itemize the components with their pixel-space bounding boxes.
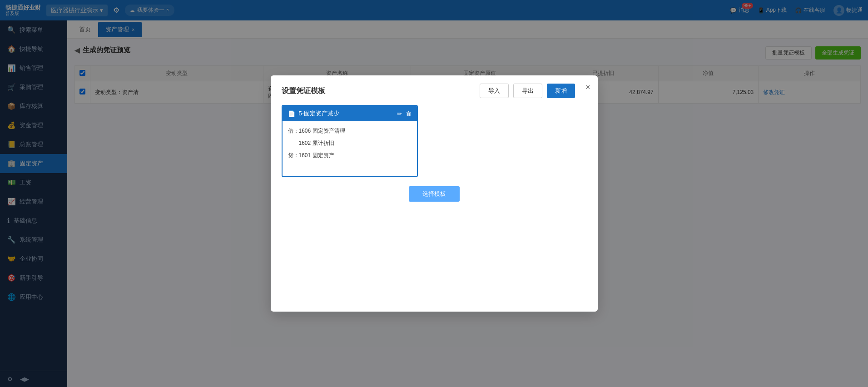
template-empty-row (283, 162, 417, 173)
dialog-close-icon[interactable]: × (585, 83, 590, 92)
new-template-button[interactable]: 新增 (547, 84, 575, 98)
set-voucher-template-dialog: 设置凭证模板 导入 导出 新增 × 📄 5-固定资产减少 ✏ 🗑 (271, 75, 598, 312)
template-credit-row-1: 贷：1601 固定资产 (283, 149, 417, 162)
template-card-body: 借：1606 固定资产清理 1602 累计折旧 贷：1601 固定资产 (283, 121, 417, 176)
template-card-header: 📄 5-固定资产减少 ✏ 🗑 (283, 106, 417, 121)
document-icon: 📄 (288, 110, 295, 117)
dialog-action-buttons: 导入 导出 新增 (480, 84, 575, 98)
template-debit-row-2: 1602 累计折旧 (283, 137, 417, 149)
export-button[interactable]: 导出 (513, 84, 542, 98)
delete-icon[interactable]: 🗑 (406, 110, 412, 117)
template-header-left: 📄 5-固定资产减少 (288, 109, 340, 118)
import-button[interactable]: 导入 (480, 84, 509, 98)
template-card-action-buttons: ✏ 🗑 (397, 110, 412, 117)
template-card: 📄 5-固定资产减少 ✏ 🗑 借：1606 固定资产清理 1602 累计折旧 (282, 105, 418, 177)
edit-icon[interactable]: ✏ (397, 110, 402, 117)
select-template-button[interactable]: 选择模板 (409, 186, 460, 202)
template-name: 5-固定资产减少 (299, 109, 340, 118)
dialog-overlay: 设置凭证模板 导入 导出 新增 × 📄 5-固定资产减少 ✏ 🗑 (0, 0, 868, 387)
template-debit-row-1: 借：1606 固定资产清理 (283, 125, 417, 137)
